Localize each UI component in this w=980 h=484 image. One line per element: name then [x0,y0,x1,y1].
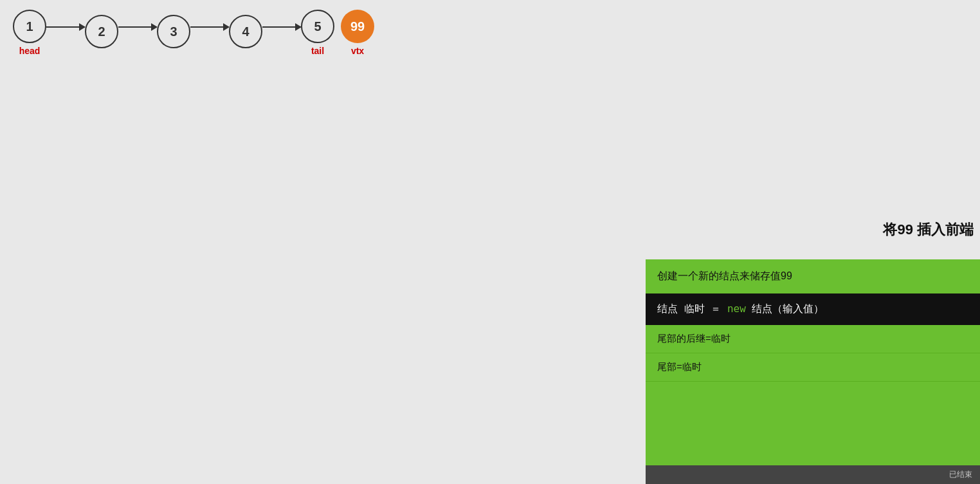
node-4: 4 [229,15,262,51]
arrow-2 [118,26,157,28]
panel-footer: 已结束 [646,465,980,484]
vtx-circle: 99 [341,10,374,43]
panel-bottom-area [646,382,980,465]
code-text-part2: 结点（输入值） [746,302,824,315]
code-text-part1: 结点 临时 ＝ [657,302,727,315]
panel-title: 将99 插入前端 [883,220,974,239]
arrow-1 [46,26,85,28]
arrow-line-4 [262,26,301,28]
arrow-line-3 [190,26,229,28]
panel-step-1: 尾部的后继=临时 [646,325,980,353]
node-3: 3 [157,15,190,51]
node-3-circle: 3 [157,15,190,48]
panel-header: 创建一个新的结点来储存值99 [646,259,980,293]
node-5: 5 tail [301,10,334,56]
node-1-circle: 1 [13,10,46,43]
arrow-line-2 [118,26,157,28]
node-1-label: head [19,46,41,56]
node-1: 1 head [13,10,46,56]
panel-code-row: 结点 临时 ＝ new 结点（输入值） [646,293,980,325]
code-keyword-new: new [727,302,746,315]
panel-content: 创建一个新的结点来储存值99 结点 临时 ＝ new 结点（输入值） 尾部的后继… [646,259,980,484]
linked-list: 1 head 2 3 4 5 tail [13,10,334,56]
vtx-node: 99 vtx [341,10,374,56]
arrow-3 [190,26,229,28]
node-4-circle: 4 [229,15,262,48]
right-panel: 创建一个新的结点来储存值99 结点 临时 ＝ new 结点（输入值） 尾部的后继… [646,259,980,484]
panel-footer-text: 已结束 [949,469,972,480]
vtx-label: vtx [351,46,364,56]
node-2: 2 [85,15,118,51]
arrow-4 [262,26,301,28]
node-5-circle: 5 [301,10,334,43]
panel-step-2: 尾部=临时 [646,353,980,382]
arrow-line-1 [46,26,85,28]
node-5-label: tail [311,46,324,56]
node-2-circle: 2 [85,15,118,48]
